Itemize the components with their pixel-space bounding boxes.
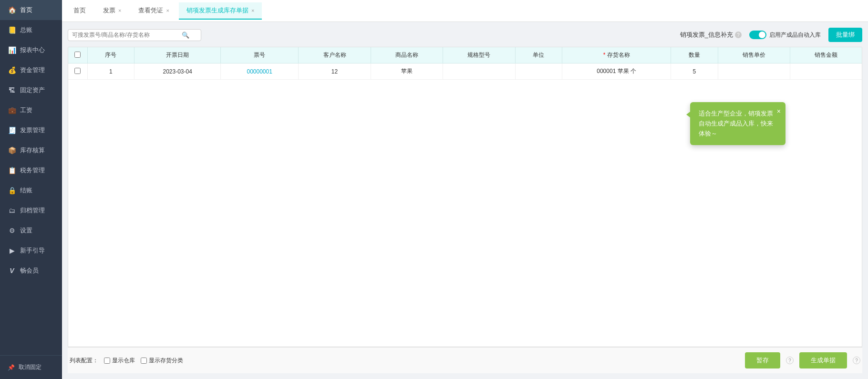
- tab-stock[interactable]: 销项发票生成库存单据 ×: [179, 2, 262, 20]
- tab-voucher-close[interactable]: ×: [166, 8, 169, 13]
- sidebar-item-label: 税务管理: [20, 166, 45, 175]
- sidebar-item-invoice-mgmt[interactable]: 🧾 发票管理: [0, 120, 62, 140]
- sidebar-item-label: 设置: [20, 226, 32, 235]
- info-help-icon[interactable]: ?: [735, 32, 742, 38]
- toolbar-right: 销项发票_信息补充 ? 启用产成品自动入库 批量绑: [680, 28, 862, 42]
- show-category-text: 显示存货分类: [149, 357, 183, 365]
- sidebar-item-label: 资金管理: [20, 66, 45, 74]
- main-area: 首页 发票 × 查看凭证 × 销项发票生成库存单据 × 🔍 销项发票_信息补充: [62, 0, 868, 379]
- tab-bar: 首页 发票 × 查看凭证 × 销项发票生成库存单据 ×: [62, 0, 868, 22]
- row-amount: [790, 63, 862, 80]
- config-label: 列表配置：: [70, 357, 98, 365]
- unpin-label: 取消固定: [19, 363, 41, 371]
- sidebar-item-label: 畅会员: [20, 266, 39, 275]
- unpin-button[interactable]: 📌 取消固定: [0, 359, 62, 375]
- row-qty: 5: [671, 63, 718, 80]
- col-goods: 商品名称: [371, 47, 443, 63]
- row-unit: [515, 63, 562, 80]
- row-spec: [443, 63, 515, 80]
- close-accounts-icon: 🔒: [8, 187, 16, 194]
- sidebar-item-settings[interactable]: ⚙ 设置: [0, 221, 62, 241]
- col-amount: 销售金额: [790, 47, 862, 63]
- generate-button[interactable]: 生成单据: [799, 352, 847, 368]
- content-area: 🔍 销项发票_信息补充 ? 启用产成品自动入库 批量绑: [62, 22, 868, 379]
- toggle-label: 启用产成品自动入库: [769, 31, 821, 39]
- sidebar-item-fixed-assets[interactable]: 🏗 固定资产: [0, 80, 62, 100]
- sidebar: 🏠 首页 📒 总账 📊 报表中心 💰 资金管理 🏗 固定资产 💼 工资 🧾 发票…: [0, 0, 62, 379]
- funds-icon: 💰: [8, 66, 16, 74]
- col-stock: * 存货名称: [562, 47, 671, 63]
- col-date: 开票日期: [134, 47, 221, 63]
- show-warehouse-text: 显示仓库: [112, 357, 135, 365]
- inventory-icon: 📦: [8, 147, 16, 154]
- pin-icon: 📌: [8, 364, 15, 371]
- tab-invoice-close[interactable]: ×: [118, 8, 121, 13]
- row-checkbox-cell[interactable]: [68, 63, 87, 80]
- search-box[interactable]: 🔍: [68, 29, 201, 41]
- info-label: 销项发票_信息补充 ?: [680, 31, 742, 39]
- row-stock[interactable]: 000001 苹果 个: [562, 63, 671, 80]
- tab-stock-label: 销项发票生成库存单据: [186, 6, 248, 15]
- vip-icon: V: [8, 267, 16, 274]
- tooltip-close-button[interactable]: ×: [777, 106, 781, 116]
- table-header: 序号 开票日期 票号 客户名称 商品名称 规格型号 单位 * 存货名称 数量 销…: [68, 47, 862, 63]
- info-label-text: 销项发票_信息补充: [680, 31, 733, 39]
- tab-home-label: 首页: [73, 6, 86, 15]
- sidebar-item-label: 新手引导: [20, 246, 45, 255]
- ledger-icon: 📒: [8, 26, 16, 34]
- list-config: 列表配置： 显示仓库 显示存货分类: [70, 357, 183, 365]
- row-goods: 苹果: [371, 63, 443, 80]
- tab-home[interactable]: 首页: [66, 2, 93, 20]
- show-warehouse-checkbox[interactable]: [104, 358, 110, 364]
- sidebar-item-vip[interactable]: V 畅会员: [0, 261, 62, 281]
- sidebar-item-label: 报表中心: [20, 46, 45, 54]
- sidebar-item-reports[interactable]: 📊 报表中心: [0, 40, 62, 60]
- tooltip-bubble: × 适合生产型企业，销项发票自动生成产成品入库，快来体验～: [690, 102, 785, 145]
- tab-voucher[interactable]: 查看凭证 ×: [131, 2, 176, 20]
- sidebar-item-home[interactable]: 🏠 首页: [0, 0, 62, 20]
- col-number: 票号: [221, 47, 299, 63]
- show-category-checkbox[interactable]: [141, 358, 147, 364]
- sidebar-item-tax-mgmt[interactable]: 📋 税务管理: [0, 160, 62, 180]
- col-unit-price: 销售单价: [718, 47, 790, 63]
- search-icon: 🔍: [182, 32, 189, 39]
- show-category-label[interactable]: 显示存货分类: [141, 357, 183, 365]
- tab-invoice-label: 发票: [103, 6, 115, 15]
- select-all-checkbox[interactable]: [74, 52, 81, 58]
- row-checkbox[interactable]: [74, 68, 81, 74]
- sidebar-item-label: 结账: [20, 186, 32, 195]
- sidebar-item-wages[interactable]: 💼 工资: [0, 100, 62, 120]
- sidebar-item-close[interactable]: 🔒 结账: [0, 180, 62, 200]
- col-checkbox: [68, 47, 87, 63]
- search-input[interactable]: [72, 32, 182, 38]
- sidebar-item-ledger[interactable]: 📒 总账: [0, 20, 62, 40]
- col-qty: 数量: [671, 47, 718, 63]
- table-row: 1 2023-03-04 00000001 12 苹果 000001 苹果 个 …: [68, 63, 862, 80]
- batch-bind-button[interactable]: 批量绑: [828, 28, 862, 42]
- table-body: 1 2023-03-04 00000001 12 苹果 000001 苹果 个 …: [68, 63, 862, 80]
- generate-help-icon[interactable]: ?: [853, 357, 860, 364]
- reports-icon: 📊: [8, 46, 16, 54]
- col-seq: 序号: [87, 47, 134, 63]
- data-table: 序号 开票日期 票号 客户名称 商品名称 规格型号 单位 * 存货名称 数量 销…: [68, 47, 862, 80]
- row-customer: 12: [299, 63, 371, 80]
- row-number[interactable]: 00000001: [221, 63, 299, 80]
- tax-mgmt-icon: 📋: [8, 167, 16, 174]
- sidebar-item-label: 固定资产: [20, 86, 45, 95]
- save-button[interactable]: 暂存: [745, 352, 780, 368]
- fixed-assets-icon: 🏗: [8, 86, 16, 94]
- save-help-icon[interactable]: ?: [786, 357, 794, 364]
- settings-icon: ⚙: [8, 227, 16, 234]
- sidebar-item-newbie[interactable]: ▶ 新手引导: [0, 241, 62, 261]
- auto-stock-toggle[interactable]: [749, 31, 766, 39]
- toggle-knob: [759, 32, 765, 38]
- tab-stock-close[interactable]: ×: [251, 8, 254, 13]
- sidebar-item-funds[interactable]: 💰 资金管理: [0, 60, 62, 80]
- sidebar-item-archive[interactable]: 🗂 归档管理: [0, 200, 62, 221]
- tab-invoice[interactable]: 发票 ×: [95, 2, 129, 20]
- sidebar-item-label: 总账: [20, 26, 32, 34]
- show-warehouse-label[interactable]: 显示仓库: [104, 357, 135, 365]
- row-date: 2023-03-04: [134, 63, 221, 80]
- invoice-link[interactable]: 00000001: [247, 68, 272, 75]
- sidebar-item-inventory[interactable]: 📦 库存核算: [0, 140, 62, 160]
